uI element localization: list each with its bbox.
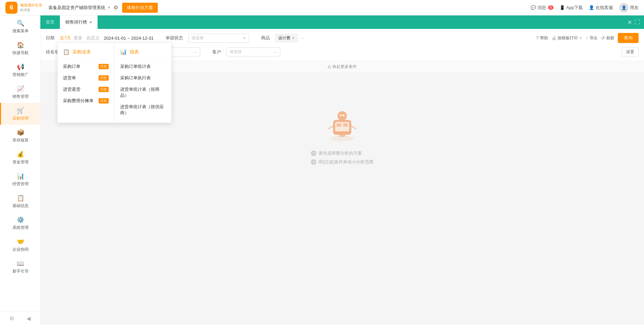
goods-more-dots[interactable]: ··· [300, 35, 305, 41]
tab-close-icon[interactable]: ✕ [89, 20, 92, 25]
online-service-btn[interactable]: 👤 在线客服 [589, 5, 613, 11]
close-window-icon[interactable]: ✕ [628, 19, 632, 26]
dropdown-item-return[interactable]: 进货退货 历史 [58, 84, 114, 95]
print-btn[interactable]: 🖨 按模板打印 ▼ [551, 35, 582, 41]
gear-icon[interactable]: ⚙ [113, 4, 118, 11]
query-button[interactable]: 查询 [618, 33, 639, 43]
content-area: 日期 近7天 更多 自定义 2024-01-01 ~ 2024-12-31 单据… [40, 29, 644, 325]
sidebar-item-label: 经营管理 [12, 181, 29, 187]
help-btn[interactable]: ? 帮助 [536, 35, 548, 41]
tab-home[interactable]: 首页 [40, 15, 60, 29]
empty-svg [324, 107, 361, 144]
dropdown-item-incoming[interactable]: 进货单 历史 [58, 72, 114, 84]
print-icon: 🖨 [551, 35, 556, 41]
message-btn[interactable]: 💬 消息 9 [531, 5, 553, 11]
marketing-icon: 📢 [17, 63, 24, 71]
sidebar: 🔍 搜索菜单 🏠 快捷导航 📢 营销推广 📈 销售管理 🛒 采购管理 📦 库存核… [0, 15, 40, 325]
history-badge-3: 历史 [99, 98, 109, 104]
voucher-status-select[interactable]: 请选择 ▼ [188, 34, 249, 43]
sidebar-item-label: 新手引导 [12, 269, 29, 274]
system-name: 装备及固定资产辅助管理系统 ▼ [48, 5, 111, 11]
collapse-sidebar-icon[interactable]: ◀ [27, 315, 31, 322]
tab-sales-rank[interactable]: 销售排行榜 ✕ [60, 15, 98, 29]
logo: 6 畅捷通好生意 标准版 [5, 2, 46, 14]
logo-icon: 6 [5, 2, 17, 14]
finance-icon: 💰 [17, 151, 24, 158]
sidebar-item-label: 快捷导航 [12, 50, 29, 56]
salesperson-dots[interactable]: ··· [193, 49, 197, 55]
trial-button[interactable]: 体验行业方案 [122, 3, 158, 13]
sidebar-item-quick-nav[interactable]: 🏠 快捷导航 [0, 37, 40, 59]
dropdown-item-incoming-stats-supplier[interactable]: 进货单统计表（按供应商） [115, 101, 171, 119]
history-badge-0: 历史 [99, 64, 109, 69]
sidebar-item-label: 基础信息 [12, 203, 29, 209]
svg-line-10 [328, 126, 333, 129]
dropdown-item-purchase-order[interactable]: 采购订单 历史 [58, 61, 114, 72]
svg-point-9 [343, 114, 345, 116]
date-range-more[interactable]: 更多 [74, 35, 82, 41]
sidebar-item-system[interactable]: ⚙️ 系统管理 [0, 212, 40, 234]
sidebar-item-finance[interactable]: 💰 资金管理 [0, 147, 40, 168]
goods-tag[interactable]: 设计费 ✕ [275, 34, 298, 42]
expand-icon[interactable]: ⛶ [635, 19, 640, 25]
sidebar-item-label: 企业协同 [12, 247, 29, 252]
sidebar-item-cooperation[interactable]: 🤝 企业协同 [0, 234, 40, 256]
dropdown-col-report-header: 📊 报表 [115, 47, 171, 59]
sidebar-item-inventory[interactable]: 📦 库存核算 [0, 125, 40, 147]
voucher-status-label: 单据状态 [166, 35, 183, 41]
sidebar-item-label: 系统管理 [12, 225, 29, 231]
svg-point-7 [337, 111, 347, 121]
dropdown-col-purchase-header: 📋 采购业务 [58, 47, 114, 59]
sidebar-item-label: 采购管理 [12, 116, 29, 121]
settings-bottom-icon[interactable]: ⚙ [9, 315, 14, 322]
guide-icon: 📖 [17, 260, 24, 267]
mobile-icon: 📱 [560, 5, 565, 10]
sidebar-item-label: 营销推广 [12, 72, 29, 78]
sidebar-item-label: 库存核算 [12, 137, 29, 143]
inventory-icon: 📦 [17, 129, 24, 136]
system-dropdown-arrow[interactable]: ▼ [107, 6, 111, 9]
customer-dots[interactable]: ··· [273, 49, 277, 55]
sidebar-item-sales[interactable]: 📈 销售管理 [0, 81, 40, 103]
export-icon: ↑ [586, 35, 588, 41]
customer-select[interactable]: 请选择 ··· [226, 47, 280, 56]
purchase-dropdown-menu: 📋 采购业务 采购订单 历史 进货单 历史 进货退货 历史 采购费用分摊单 [57, 42, 172, 123]
main-area: 首页 销售排行榜 ✕ ✕ ⛶ 日期 近7天 更多 自定义 2024-01-01 … [40, 15, 644, 325]
date-range-custom[interactable]: 自定义 [86, 35, 100, 41]
logo-text: 畅捷通好生意 [20, 3, 42, 7]
collapse-btn[interactable]: ⋀ 收起更多条件 [328, 64, 357, 70]
dropdown-item-order-stats[interactable]: 采购订单统计表 [115, 61, 171, 72]
report-col-icon: 📊 [120, 49, 127, 55]
app-download-btn[interactable]: 📱 App下载 [560, 5, 583, 11]
topbar: 6 畅捷通好生意 标准版 装备及固定资产辅助管理系统 ▼ ⚙ 体验行业方案 💬 … [0, 0, 644, 15]
system-icon: ⚙️ [17, 216, 24, 224]
history-badge-2: 历史 [99, 87, 109, 92]
dropdown-item-incoming-stats-goods[interactable]: 进货单统计表（按商品） [115, 84, 171, 101]
dropdown-item-expense[interactable]: 采购费用分摊单 历史 [58, 95, 114, 107]
sidebar-item-label: 搜索菜单 [12, 28, 29, 34]
sidebar-item-purchase[interactable]: 🛒 采购管理 [0, 103, 40, 125]
sidebar-item-guide[interactable]: 📖 新手引导 [0, 256, 40, 278]
date-range-prefix[interactable]: 近7天 [60, 35, 71, 41]
sidebar-item-search[interactable]: 🔍 搜索菜单 [0, 15, 40, 37]
dropdown-col-report: 📊 报表 采购订单统计表 采购订单执行表 进货单统计表（按商品） 进货单统计表（… [115, 43, 171, 123]
date-value: 近7天 更多 自定义 2024-01-01 ~ 2024-12-31 [60, 35, 153, 41]
svg-rect-3 [336, 123, 341, 127]
settings-button[interactable]: 设置 [622, 47, 639, 57]
sidebar-item-label: 资金管理 [12, 159, 29, 165]
topbar-right: 💬 消息 9 📱 App下载 👤 在线客服 👤 用友 [531, 3, 639, 12]
export-btn[interactable]: ↑ 导出 [586, 35, 598, 41]
sidebar-item-basic-info[interactable]: 📋 基础信息 [0, 190, 40, 212]
dropdown-item-order-exec[interactable]: 采购订单执行表 [115, 72, 171, 84]
user-btn[interactable]: 👤 用友 [619, 3, 639, 12]
refresh-btn[interactable]: ↺ 刷新 [601, 35, 614, 41]
sidebar-item-marketing[interactable]: 📢 营销推广 [0, 59, 40, 81]
svg-rect-4 [343, 123, 348, 127]
voucher-status-arrow: ▼ [243, 36, 246, 40]
print-dropdown-arrow[interactable]: ▼ [579, 36, 582, 40]
sidebar-item-operations[interactable]: 📊 经营管理 [0, 168, 40, 190]
message-badge: 9 [548, 5, 553, 10]
goods-tag-remove[interactable]: ✕ [292, 36, 295, 40]
date-end: 2024-12-31 [131, 36, 154, 41]
search-icon: 🔍 [17, 19, 24, 27]
